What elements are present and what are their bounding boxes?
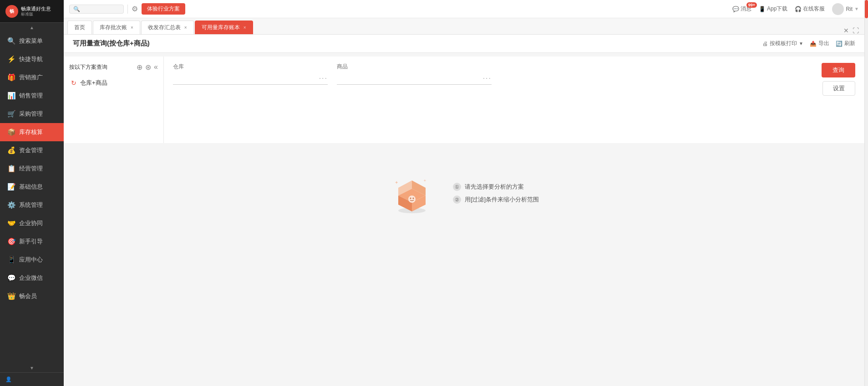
user-menu[interactable]: Rit ▼ bbox=[832, 3, 859, 15]
tab-batch-close[interactable]: × bbox=[131, 25, 133, 30]
search-icon: 🔍 bbox=[7, 37, 15, 45]
svg-point-6 bbox=[408, 196, 416, 203]
filter-row: 仓库 ··· 商品 ··· bbox=[173, 63, 812, 85]
tab-batch[interactable]: 库存批次账 × bbox=[93, 21, 140, 34]
sidebar-item-collab[interactable]: 🤝 企业协同 bbox=[0, 214, 64, 232]
sidebar: 畅 畅康通好生意 标准版 ▲ 🔍 搜索菜单 ⚡ 快捷导航 🎁 营销推广 📊 销售… bbox=[0, 0, 64, 386]
empty-illustration: ✦ ✦ bbox=[389, 170, 435, 216]
header-search-box[interactable]: 🔍 bbox=[69, 5, 124, 14]
warehouse-input[interactable] bbox=[173, 75, 317, 82]
query-area: 按以下方案查询 ⊕ ⊛ « ↻ 仓库+商品 bbox=[64, 57, 864, 143]
sidebar-item-sales[interactable]: 📊 销售管理 bbox=[0, 87, 64, 105]
print-icon: 🖨 bbox=[762, 41, 768, 47]
scheme-panel-header: 按以下方案查询 ⊕ ⊛ « bbox=[64, 61, 163, 75]
user-name: Rit bbox=[846, 6, 853, 12]
settings-scheme-icon[interactable]: ⊛ bbox=[145, 63, 151, 72]
logo-icon: 畅 bbox=[5, 5, 18, 18]
tab-summary-close[interactable]: × bbox=[184, 25, 187, 30]
sidebar-scroll-down[interactable]: ▼ bbox=[0, 363, 64, 372]
export-btn[interactable]: 📤 导出 bbox=[810, 40, 829, 47]
print-dropdown-icon: ▼ bbox=[799, 41, 803, 46]
sidebar-item-wechat[interactable]: 💬 企业微信 bbox=[0, 269, 64, 287]
tab-summary[interactable]: 收发存汇总表 × bbox=[141, 21, 194, 34]
scheme-panel-title: 按以下方案查询 bbox=[69, 63, 107, 71]
message-badge: 99+ bbox=[746, 2, 757, 8]
sidebar-scroll-up[interactable]: ▲ bbox=[0, 23, 64, 32]
sidebar-item-search[interactable]: 🔍 搜索菜单 bbox=[0, 32, 64, 50]
logo-text: 畅康通好生意 标准版 bbox=[21, 5, 51, 17]
empty-tips: ① 请先选择要分析的方案 ② 用[过滤]条件来缩小分析范围 bbox=[453, 183, 539, 204]
shortcut-icon: ⚡ bbox=[7, 55, 15, 63]
online-service-btn[interactable]: 🎧 在线客服 bbox=[795, 5, 825, 13]
operations-icon: 📋 bbox=[7, 165, 15, 173]
chevron-down-icon: ▼ bbox=[854, 6, 859, 11]
collab-icon: 🤝 bbox=[7, 219, 15, 227]
sidebar-item-member[interactable]: 👑 畅会员 bbox=[0, 287, 64, 305]
add-scheme-icon[interactable]: ⊕ bbox=[137, 63, 142, 72]
query-button[interactable]: 查询 bbox=[822, 63, 855, 77]
newbie-icon: 🎯 bbox=[7, 237, 15, 246]
sidebar-item-appstore[interactable]: 📱 应用中心 bbox=[0, 251, 64, 269]
empty-tip-1: ① 请先选择要分析的方案 bbox=[453, 183, 539, 191]
filter-field-warehouse: 仓库 ··· bbox=[173, 63, 328, 85]
tab-available[interactable]: 可用量库存账本 × bbox=[195, 21, 253, 34]
product-input[interactable] bbox=[337, 75, 481, 82]
empty-state-inner: ✦ ✦ ① 请先选择要分析的方案 ② 用[过滤]条件来缩小分析范围 bbox=[389, 170, 539, 216]
finance-icon: 💰 bbox=[7, 146, 15, 154]
sidebar-bottom[interactable]: 👤 bbox=[0, 372, 64, 386]
purchase-icon: 🛒 bbox=[7, 110, 15, 118]
basic-icon: 📝 bbox=[7, 183, 15, 191]
tip-num-2: ② bbox=[453, 196, 461, 204]
sidebar-item-basic[interactable]: 📝 基础信息 bbox=[0, 178, 64, 196]
page-title: 可用量查询(按仓库+商品) bbox=[73, 39, 150, 48]
sidebar-item-shortcut[interactable]: ⚡ 快捷导航 bbox=[0, 50, 64, 68]
tab-home-label: 首页 bbox=[74, 24, 85, 31]
gear-icon[interactable]: ⚙ bbox=[132, 5, 138, 13]
tip-text-2: 用[过滤]条件来缩小分析范围 bbox=[465, 196, 539, 204]
sidebar-item-system[interactable]: ⚙️ 系统管理 bbox=[0, 196, 64, 214]
marketing-icon: 🎁 bbox=[7, 73, 15, 82]
tab-summary-label: 收发存汇总表 bbox=[148, 24, 181, 31]
appstore-icon: 📱 bbox=[7, 256, 15, 264]
trial-btn[interactable]: 体验行业方案 bbox=[142, 3, 185, 15]
svg-point-8 bbox=[412, 198, 414, 199]
warehouse-more-icon[interactable]: ··· bbox=[319, 74, 328, 82]
app-download-btn[interactable]: 📱 App下载 bbox=[759, 5, 787, 13]
tab-available-close[interactable]: × bbox=[244, 25, 246, 30]
settings-button[interactable]: 设置 bbox=[822, 81, 855, 96]
header-divider bbox=[127, 5, 128, 14]
search-input[interactable] bbox=[82, 6, 118, 12]
filter-field-product: 商品 ··· bbox=[337, 63, 492, 85]
scrollbar-thumb bbox=[865, 0, 868, 18]
product-more-icon[interactable]: ··· bbox=[483, 74, 492, 82]
sidebar-logo: 畅 畅康通好生意 标准版 bbox=[0, 0, 64, 23]
collapse-icon[interactable]: « bbox=[154, 63, 158, 72]
product-input-wrap: ··· bbox=[337, 72, 492, 85]
empty-state: ✦ ✦ ① 请先选择要分析的方案 ② 用[过滤]条件来缩小分析范围 bbox=[64, 143, 864, 243]
header-actions: 💬 消息 99+ 📱 App下载 🎧 在线客服 Rit ▼ bbox=[732, 3, 859, 15]
scheme-item-warehouse-product[interactable]: ↻ 仓库+商品 bbox=[64, 75, 163, 91]
tab-home[interactable]: 首页 bbox=[67, 21, 92, 34]
sidebar-bottom-icon: 👤 bbox=[5, 376, 12, 382]
maximize-window-icon[interactable]: ⛶ bbox=[853, 27, 859, 34]
sidebar-item-newbie[interactable]: 🎯 新手引导 bbox=[0, 232, 64, 251]
page-title-bar: 可用量查询(按仓库+商品) 🖨 按模板打印 ▼ 📤 导出 🔄 刷新 bbox=[64, 35, 864, 53]
empty-tip-2: ② 用[过滤]条件来缩小分析范围 bbox=[453, 196, 539, 204]
close-window-icon[interactable]: ✕ bbox=[843, 27, 849, 34]
message-btn[interactable]: 💬 消息 99+ bbox=[732, 5, 751, 13]
right-scrollbar[interactable] bbox=[864, 0, 868, 386]
sidebar-item-inventory[interactable]: 📦 库存核算 bbox=[0, 123, 64, 141]
refresh-btn[interactable]: 🔄 刷新 bbox=[836, 40, 855, 47]
sidebar-item-marketing[interactable]: 🎁 营销推广 bbox=[0, 68, 64, 87]
print-btn[interactable]: 🖨 按模板打印 ▼ bbox=[762, 40, 803, 47]
tip-text-1: 请先选择要分析的方案 bbox=[465, 183, 524, 191]
sidebar-item-finance[interactable]: 💰 资金管理 bbox=[0, 141, 64, 160]
filter-panel: 仓库 ··· 商品 ··· bbox=[164, 57, 822, 143]
sidebar-item-purchase[interactable]: 🛒 采购管理 bbox=[0, 105, 64, 123]
sidebar-item-operations[interactable]: 📋 经营管理 bbox=[0, 160, 64, 178]
main-area: 🔍 ⚙ 体验行业方案 💬 消息 99+ 📱 App下载 🎧 在线客服 Rit bbox=[64, 0, 864, 386]
user-avatar bbox=[832, 3, 844, 15]
refresh-icon: 🔄 bbox=[836, 41, 843, 47]
filter-and-btn-area: 仓库 ··· 商品 ··· bbox=[164, 57, 864, 143]
scheme-sync-icon: ↻ bbox=[71, 79, 76, 87]
